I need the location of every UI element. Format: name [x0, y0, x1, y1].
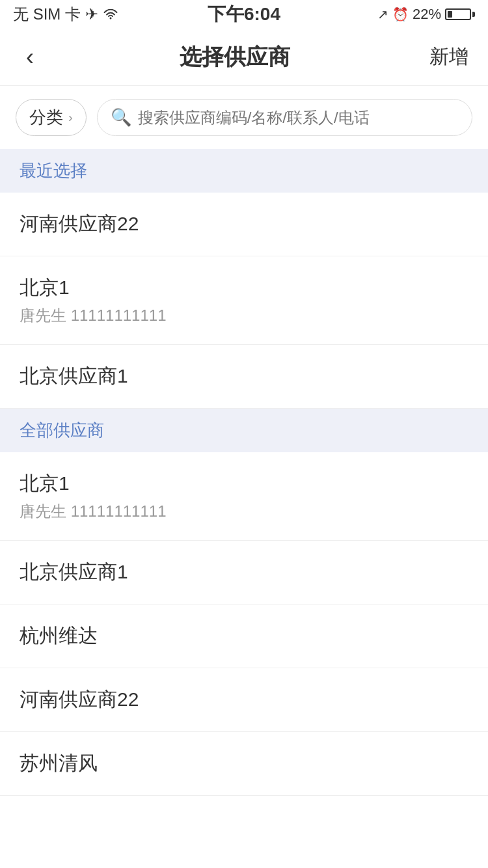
section-header-recent: 最近选择 [0, 149, 488, 193]
list-item[interactable]: 北京1唐先生 11111111111 [0, 452, 488, 541]
filter-bar: 分类 › 🔍 [0, 86, 488, 149]
nav-bar: ‹ 选择供应商 新增 [0, 29, 488, 86]
search-input[interactable] [138, 109, 459, 127]
category-button[interactable]: 分类 › [16, 99, 87, 136]
supplier-name: 杭州维达 [20, 623, 468, 649]
list-item[interactable]: 北京1唐先生 11111111111 [0, 256, 488, 345]
supplier-name: 北京供应商1 [20, 559, 468, 586]
page-title: 选择供应商 [180, 42, 290, 72]
list-item[interactable]: 苏州清风 [0, 732, 488, 796]
location-icon: ↗ [377, 7, 388, 22]
list-item[interactable]: 河南供应商22 [0, 668, 488, 732]
supplier-name: 北京1 [20, 470, 468, 497]
alarm-icon: ⏰ [392, 7, 409, 22]
status-time: 下午6:04 [208, 2, 280, 27]
search-box[interactable]: 🔍 [97, 99, 472, 136]
supplier-contact: 唐先生 11111111111 [20, 501, 468, 522]
list-item[interactable]: 北京供应商1 [0, 541, 488, 604]
status-right: ↗ ⏰ 22% [377, 6, 475, 23]
wifi-icon [103, 5, 118, 23]
supplier-name: 北京1 [20, 275, 468, 301]
add-button[interactable]: 新增 [429, 44, 468, 70]
no-sim-label: 无 SIM 卡 ✈ [13, 4, 98, 25]
list-item[interactable]: 杭州维达 [0, 604, 488, 668]
category-label: 分类 [29, 106, 63, 129]
supplier-name: 北京供应商1 [20, 363, 468, 390]
status-left: 无 SIM 卡 ✈ [13, 4, 118, 25]
supplier-name: 苏州清风 [20, 750, 468, 777]
back-button[interactable]: ‹ [20, 37, 40, 77]
supplier-name: 河南供应商22 [20, 686, 468, 713]
battery-icon [445, 8, 475, 20]
chevron-right-icon: › [68, 110, 73, 125]
list-item[interactable]: 河南供应商22 [0, 193, 488, 256]
list-item[interactable]: 北京供应商1 [0, 345, 488, 409]
battery-pct: 22% [413, 6, 441, 23]
status-bar: 无 SIM 卡 ✈ 下午6:04 ↗ ⏰ 22% [0, 0, 488, 29]
supplier-contact: 唐先生 11111111111 [20, 305, 468, 326]
supplier-name: 河南供应商22 [20, 211, 468, 237]
search-icon: 🔍 [111, 107, 131, 128]
section-header-all: 全部供应商 [0, 409, 488, 452]
supplier-list: 最近选择河南供应商22北京1唐先生 11111111111北京供应商1全部供应商… [0, 149, 488, 796]
